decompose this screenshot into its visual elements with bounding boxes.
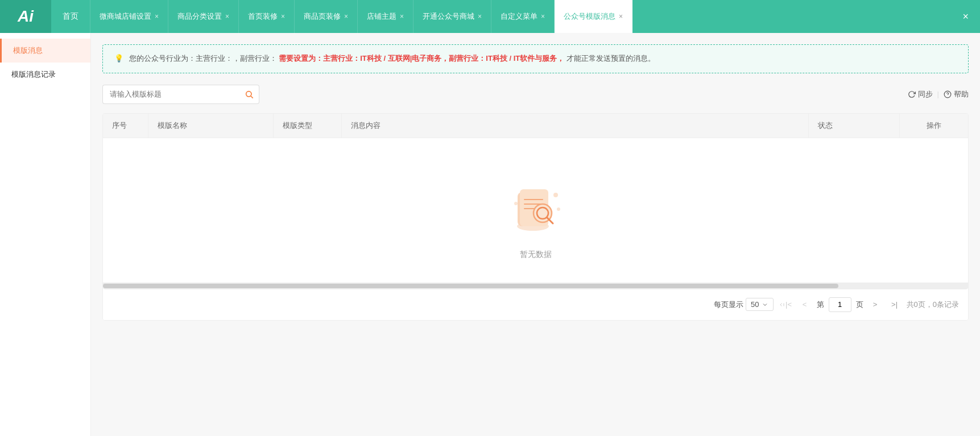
pagination: 每页显示 50 |< < <box>103 289 968 320</box>
search-button[interactable] <box>239 85 259 104</box>
main-layout: 模版消息 模版消息记录 💡 您的公众号行业为：主营行业：，副营行业： 需要设置为… <box>0 33 980 436</box>
first-page-button[interactable]: |< <box>778 297 793 312</box>
divider: | <box>937 90 939 98</box>
help-icon <box>944 90 952 98</box>
content-area: 💡 您的公众号行业为：主营行业：，副营行业： 需要设置为：主营行业：IT科技 /… <box>91 33 980 436</box>
notice-highlight: 需要设置为：主营行业：IT科技 / 互联网|电子商务，副营行业：IT科技 / I… <box>279 54 564 63</box>
page-size-selector: 每页显示 50 <box>714 298 773 311</box>
th-type: 模版类型 <box>274 114 342 138</box>
close-tab-template-message[interactable]: × <box>619 13 623 20</box>
sidebar-item-template-message-log[interactable]: 模版消息记录 <box>0 63 90 86</box>
sync-icon <box>908 90 916 98</box>
th-action: 操作 <box>900 114 968 138</box>
app-logo: Ai <box>0 0 51 33</box>
scrollbar-thumb[interactable] <box>103 284 838 288</box>
close-all-tabs-button[interactable]: × <box>951 11 980 23</box>
tab-open-mall[interactable]: 开通公众号商城 × <box>413 0 491 33</box>
sync-button[interactable]: 同步 <box>908 89 933 99</box>
empty-illustration <box>502 172 570 240</box>
tab-custom-menu[interactable]: 自定义菜单 × <box>491 0 555 33</box>
search-icon <box>245 90 254 99</box>
th-serial: 序号 <box>103 114 148 138</box>
tab-home[interactable]: 首页 <box>51 0 90 33</box>
table-wrapper: 序号 模版名称 模版类型 消息内容 状态 操作 <box>102 113 969 321</box>
svg-point-0 <box>246 91 251 96</box>
chevron-down-icon <box>762 301 768 308</box>
empty-state: 暂无数据 <box>103 138 968 283</box>
tab-store-settings[interactable]: 微商城店铺设置 × <box>90 0 168 33</box>
horizontal-scrollbar[interactable] <box>103 283 968 289</box>
search-bar: 同步 | 帮助 <box>102 85 969 104</box>
close-tab-store-settings[interactable]: × <box>155 13 159 20</box>
close-tab-open-mall[interactable]: × <box>478 13 482 20</box>
tab-store-theme[interactable]: 店铺主题 × <box>358 0 413 33</box>
next-page-button[interactable]: > <box>868 297 883 312</box>
notice-icon: 💡 <box>114 54 123 63</box>
top-nav: Ai 首页 微商城店铺设置 × 商品分类设置 × 首页装修 × 商品页装修 × … <box>0 0 980 33</box>
close-tab-custom-menu[interactable]: × <box>541 13 545 20</box>
total-info: 共0页，0条记录 <box>907 300 959 310</box>
search-input[interactable] <box>102 85 239 104</box>
prev-page-button[interactable]: < <box>797 297 812 312</box>
last-page-button[interactable]: >| <box>887 297 902 312</box>
close-tab-product-decoration[interactable]: × <box>344 13 348 20</box>
sidebar: 模版消息 模版消息记录 <box>0 33 91 436</box>
table-header: 序号 模版名称 模版类型 消息内容 状态 操作 <box>103 114 968 138</box>
sidebar-item-template-message[interactable]: 模版消息 <box>0 39 90 63</box>
nav-tabs: 首页 微商城店铺设置 × 商品分类设置 × 首页装修 × 商品页装修 × 店铺主… <box>51 0 951 33</box>
page-size-dropdown[interactable]: 50 <box>746 298 773 311</box>
close-tab-home-decoration[interactable]: × <box>281 13 285 20</box>
svg-point-15 <box>557 207 560 211</box>
close-tab-category-settings[interactable]: × <box>225 13 229 20</box>
empty-text: 暂无数据 <box>520 250 552 260</box>
svg-line-1 <box>251 96 253 98</box>
tab-home-decoration[interactable]: 首页装修 × <box>239 0 295 33</box>
help-button[interactable]: 帮助 <box>944 89 969 99</box>
search-left <box>102 85 259 104</box>
tab-template-message[interactable]: 公众号模版消息 × <box>555 0 632 33</box>
page-number-input[interactable] <box>829 297 851 312</box>
th-status: 状态 <box>809 114 900 138</box>
th-name: 模版名称 <box>148 114 274 138</box>
first-page-icon <box>779 301 785 308</box>
close-tab-store-theme[interactable]: × <box>400 13 404 20</box>
tab-product-decoration[interactable]: 商品页装修 × <box>295 0 358 33</box>
svg-point-14 <box>514 202 518 205</box>
search-right: 同步 | 帮助 <box>908 89 969 99</box>
tab-category-settings[interactable]: 商品分类设置 × <box>168 0 239 33</box>
svg-point-13 <box>553 193 558 197</box>
notice-box: 💡 您的公众号行业为：主营行业：，副营行业： 需要设置为：主营行业：IT科技 /… <box>102 44 969 73</box>
th-content: 消息内容 <box>342 114 809 138</box>
